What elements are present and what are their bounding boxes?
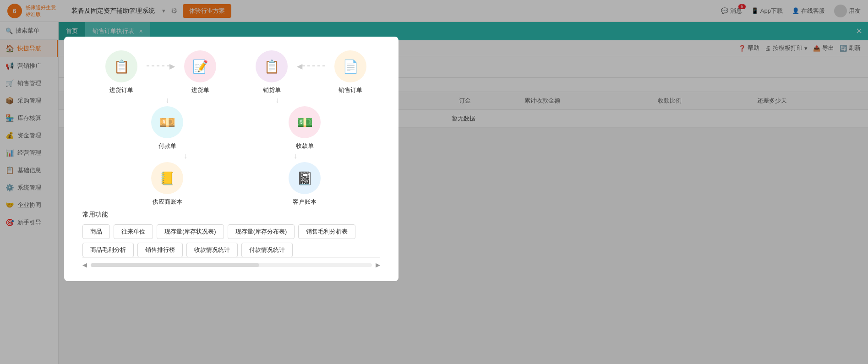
scroll-left-icon[interactable]: ◀ xyxy=(82,261,87,268)
payment-circle: 💴 xyxy=(151,106,183,138)
scrollbar-thumb xyxy=(91,263,259,267)
arrow-pb-down: ↓ xyxy=(151,94,183,106)
common-btn-sales-margin[interactable]: 销售毛利分析表 xyxy=(298,224,355,239)
common-btn-goods-margin[interactable]: 商品毛利分析 xyxy=(82,243,134,257)
sales-order-circle: 📄 xyxy=(334,50,366,82)
receipt-icon: 💵 xyxy=(297,115,313,130)
flow-node-purchase-order: 📋 进货订单 xyxy=(105,50,137,94)
receipt-circle: 💵 xyxy=(289,106,321,138)
sales-bill-label: 销货单 xyxy=(263,86,281,94)
purchase-bill-icon: 📝 xyxy=(192,59,208,74)
flow-node-customer: 📓 客户账本 xyxy=(289,162,321,206)
flow-node-sales-bill: 📋 销货单 xyxy=(256,50,288,94)
purchase-bill-label: 进货单 xyxy=(191,86,209,94)
receipt-label: 收款单 xyxy=(296,142,314,150)
sales-bill-icon: 📋 xyxy=(264,59,280,74)
supplier-icon: 📒 xyxy=(159,171,175,186)
flow-arrows-v: ↓ ↓ xyxy=(82,94,380,106)
flow-node-purchase-bill: 📝 进货单 xyxy=(184,50,216,94)
common-btn-sales-rank[interactable]: 销售排行榜 xyxy=(137,243,183,257)
sales-order-icon: 📄 xyxy=(343,59,359,74)
payment-icon: 💴 xyxy=(159,115,175,130)
common-buttons-area: 商品 往来单位 现存量(库存状况表) 现存量(库存分布表) 销售毛利分析表 商品… xyxy=(82,224,380,257)
flow-row-2: 💴 付款单 💵 收款单 xyxy=(82,106,380,150)
scrollbar-track[interactable] xyxy=(91,263,372,267)
supplier-label: 供应商账本 xyxy=(153,198,182,206)
flow-node-receipt: 💵 收款单 xyxy=(289,106,321,150)
flow-row-3: 📒 供应商账本 📓 客户账本 xyxy=(82,162,380,206)
sales-order-label: 销售订单 xyxy=(338,86,362,94)
common-btn-receipt-stat[interactable]: 收款情况统计 xyxy=(186,243,238,257)
flow-modal: 📋 进货订单 ▶ 📝 进货单 xyxy=(64,37,399,281)
scroll-right-icon[interactable]: ▶ xyxy=(376,261,380,268)
common-btn-payment-stat[interactable]: 付款情况统计 xyxy=(241,243,293,257)
common-btn-party[interactable]: 往来单位 xyxy=(114,224,153,239)
purchase-order-circle: 📋 xyxy=(105,50,137,82)
sales-bill-circle: 📋 xyxy=(256,50,288,82)
common-btn-stock-status[interactable]: 现存量(库存状况表) xyxy=(157,224,224,239)
flow-diagram: 📋 进货订单 ▶ 📝 进货单 xyxy=(82,50,380,206)
modal-overlay[interactable]: 📋 进货订单 ▶ 📝 进货单 xyxy=(0,0,868,364)
flow-node-supplier: 📒 供应商账本 xyxy=(151,162,183,206)
common-btn-goods[interactable]: 商品 xyxy=(82,224,110,239)
arrow-sb-to-so: ◀ xyxy=(297,62,325,71)
arrow-po-to-pb: ▶ xyxy=(147,62,175,71)
arrow-payment-down: ↓ xyxy=(169,150,202,162)
common-functions-title: 常用功能 xyxy=(82,211,380,219)
customer-circle: 📓 xyxy=(289,162,321,194)
modal-scrollbar: ◀ ▶ xyxy=(82,257,380,272)
arrow-receipt-down: ↓ xyxy=(279,150,311,162)
purchase-order-icon: 📋 xyxy=(114,59,130,74)
flow-row-1: 📋 进货订单 ▶ 📝 进货单 xyxy=(82,50,380,94)
flow-node-payment: 💴 付款单 xyxy=(151,106,183,150)
payment-label: 付款单 xyxy=(158,142,176,150)
arrow-sb-down: ↓ xyxy=(261,94,293,106)
purchase-bill-circle: 📝 xyxy=(184,50,216,82)
flow-node-sales-order: 📄 销售订单 xyxy=(334,50,366,94)
common-functions-section: 常用功能 商品 往来单位 现存量(库存状况表) 现存量(库存分布表) 销售毛利分… xyxy=(82,211,380,257)
purchase-order-label: 进货订单 xyxy=(109,86,133,94)
common-btn-stock-dist[interactable]: 现存量(库存分布表) xyxy=(228,224,295,239)
customer-label: 客户账本 xyxy=(293,198,317,206)
customer-icon: 📓 xyxy=(297,171,313,186)
flow-arrows-v2: ↓ ↓ xyxy=(82,150,380,162)
supplier-circle: 📒 xyxy=(151,162,183,194)
